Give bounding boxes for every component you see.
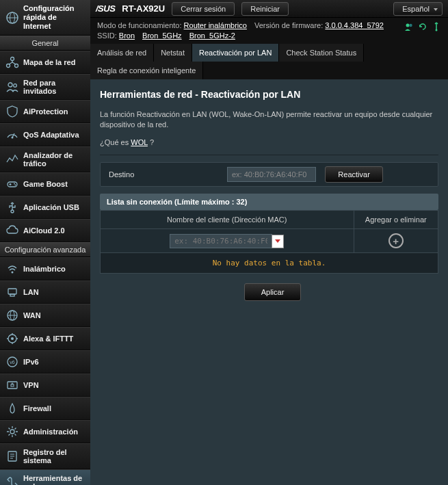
add-button[interactable]: +: [388, 233, 404, 248]
brand-logo: /SUS: [96, 3, 115, 14]
sidebar-item-label: LAN: [23, 288, 39, 296]
aiprotection-icon: [5, 105, 19, 118]
svg-point-3: [11, 57, 14, 61]
sidebar-item-game-boost[interactable]: Game Boost: [0, 172, 90, 196]
network-map-icon: [5, 55, 19, 69]
sidebar-item-vpn[interactable]: VPN: [0, 373, 90, 397]
sidebar-item-alexa-ifttt[interactable]: Alexa & IFTTT: [0, 327, 90, 350]
section-header-advanced: Configuración avanzada: [0, 242, 90, 257]
sidebar-item-adaptive-qos[interactable]: QoS Adaptativa: [0, 123, 90, 146]
destination-input[interactable]: [227, 167, 316, 182]
ssid-1[interactable]: Bron: [119, 31, 135, 40]
sidebar-item-label: Firewall: [23, 404, 51, 412]
aicloud-icon: [5, 224, 19, 237]
logout-button[interactable]: Cerrar sesión: [172, 2, 235, 16]
ipv6-icon: v6: [5, 355, 19, 369]
usb-app-icon: [5, 200, 19, 214]
svg-point-16: [11, 210, 14, 213]
main-panel: /SUS RT-AX92U Cerrar sesión Reiniciar Es…: [90, 0, 448, 485]
tab-netstat[interactable]: Netstat: [154, 44, 192, 62]
ssid-2[interactable]: Bron_5GHz: [142, 31, 181, 40]
sidebar-item-label: Alexa & IFTTT: [23, 335, 73, 343]
destination-label: Destino: [101, 165, 224, 184]
section-header-general: General: [0, 36, 90, 51]
sidebar-item-lan[interactable]: LAN: [0, 280, 90, 304]
refresh-icon[interactable]: [418, 22, 427, 31]
col-client-header: Nombre del cliente (Dirección MAC): [101, 211, 354, 229]
no-data-row: No hay datos en la tabla.: [101, 253, 438, 274]
sidebar-item-ipv6[interactable]: v6IPv6: [0, 350, 90, 373]
destination-row: Destino Reactivar: [100, 162, 438, 187]
sidebar-item-network-tools[interactable]: Herramientas de red: [0, 469, 90, 485]
fw-label: Versión de firmware:: [254, 21, 323, 29]
usb-icon[interactable]: [432, 22, 441, 31]
sidebar-item-firewall[interactable]: Firewall: [0, 397, 90, 420]
adaptive-qos-icon: [5, 128, 19, 142]
svg-point-17: [12, 272, 14, 274]
language-select[interactable]: Español: [393, 2, 443, 16]
language-label: Español: [402, 5, 430, 13]
tab-net-analysis[interactable]: Análisis de red: [90, 44, 154, 62]
col-action-header: Agregar o eliminar: [354, 211, 438, 229]
sidebar-item-label: Game Boost: [23, 180, 68, 188]
sidebar-item-aicloud[interactable]: AiCloud 2.0: [0, 219, 90, 242]
firewall-icon: [5, 402, 19, 415]
sidebar-item-network-map[interactable]: Mapa de la red: [0, 51, 90, 74]
wake-button[interactable]: Reactivar: [325, 166, 382, 183]
svg-point-37: [436, 29, 438, 31]
svg-point-24: [11, 337, 14, 340]
mac-input[interactable]: [170, 234, 272, 248]
ssid-3[interactable]: Bron_5GHz-2: [189, 31, 235, 40]
chevron-down-icon: [434, 8, 438, 11]
fw-value[interactable]: 3.0.0.4.384_5792: [325, 21, 384, 29]
offline-table: Nombre del cliente (Dirección MAC) Agreg…: [100, 210, 438, 274]
sidebar-item-label: Aplicación USB: [23, 203, 79, 211]
tab-smart-connect[interactable]: Regla de conexión inteligente: [90, 62, 203, 79]
tab-check-station[interactable]: Check Station Status: [279, 44, 364, 62]
no-data-text: No hay datos en la tabla.: [101, 253, 438, 274]
sidebar: Configuración rápida de Internet General…: [0, 0, 90, 485]
sidebar-item-wireless[interactable]: Inalámbrico: [0, 257, 90, 280]
vpn-icon: [5, 378, 19, 392]
separator: [100, 155, 438, 155]
sidebar-item-administration[interactable]: Administración: [0, 420, 90, 443]
mac-dropdown-icon[interactable]: [272, 235, 284, 248]
sidebar-item-label: Administración: [23, 428, 78, 436]
sidebar-item-system-log[interactable]: Registro del sistema: [0, 443, 90, 469]
apply-button[interactable]: Aplicar: [244, 283, 302, 301]
quick-setup-button[interactable]: Configuración rápida de Internet: [0, 0, 90, 36]
mode-value[interactable]: Router inalámbrico: [184, 21, 247, 29]
traffic-analyzer-icon: [5, 153, 19, 166]
mode-label: Modo de funcionamiento:: [97, 21, 182, 29]
svg-point-13: [14, 183, 15, 185]
svg-point-34: [406, 24, 410, 27]
sidebar-item-label: Red para invitados: [23, 79, 85, 95]
sidebar-item-label: Analizador de tráfico: [23, 151, 85, 168]
reboot-button[interactable]: Reiniciar: [241, 2, 289, 16]
system-log-icon: [5, 449, 19, 463]
sidebar-item-wan[interactable]: WAN: [0, 304, 90, 327]
table-row: +: [101, 229, 438, 253]
wol-link[interactable]: WOL: [131, 138, 148, 146]
sidebar-item-aiprotection[interactable]: AiProtection: [0, 100, 90, 123]
sidebar-item-label: WAN: [23, 311, 41, 319]
sidebar-item-usb-app[interactable]: Aplicación USB: [0, 196, 90, 219]
sidebar-item-label: IPv6: [23, 358, 39, 366]
page-description: La función Reactivación en LAN (WOL, Wak…: [100, 109, 438, 131]
page-title: Herramientas de red - Reactivación por L…: [100, 89, 438, 100]
model-name: RT-AX92U: [122, 3, 165, 14]
sidebar-item-guest-network[interactable]: Red para invitados: [0, 74, 90, 100]
sidebar-item-label: QoS Adaptativa: [23, 131, 79, 139]
sidebar-item-traffic-analyzer[interactable]: Analizador de tráfico: [0, 146, 90, 172]
svg-rect-28: [11, 384, 14, 386]
users-icon[interactable]: [404, 22, 414, 31]
wan-icon: [5, 309, 19, 322]
tabs: Análisis de redNetstatReactivación por L…: [90, 44, 448, 79]
tab-wol[interactable]: Reactivación por LAN: [192, 44, 279, 62]
sidebar-item-label: AiProtection: [23, 107, 68, 116]
network-tools-icon: [5, 475, 19, 485]
ssid-label: SSID:: [97, 31, 117, 40]
wol-question: ¿Qué es WOL ?: [100, 137, 438, 148]
topbar: /SUS RT-AX92U Cerrar sesión Reiniciar Es…: [90, 0, 448, 18]
svg-point-6: [8, 83, 12, 87]
